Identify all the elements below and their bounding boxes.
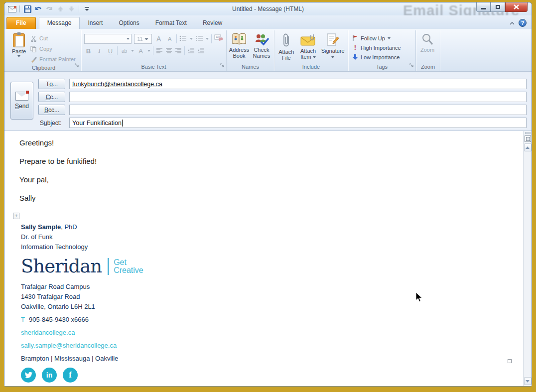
help-button[interactable]: ? <box>519 19 527 27</box>
facebook-icon[interactable]: f <box>63 368 78 383</box>
basic-text-dialog-launcher-icon[interactable] <box>220 61 225 70</box>
bold-button[interactable]: B <box>84 47 93 55</box>
align-right-button[interactable] <box>175 46 182 55</box>
table-resize-handle[interactable] <box>508 359 512 363</box>
to-field[interactable]: funkybunch@sheridancollege.ca <box>69 79 527 89</box>
website-link[interactable]: sheridancollege.ca <box>21 329 75 336</box>
send-button[interactable]: Send <box>10 82 33 120</box>
separator <box>153 46 153 55</box>
paste-dropdown-icon[interactable] <box>17 55 20 57</box>
low-importance-button[interactable]: Low Importance <box>352 53 401 61</box>
attach-file-button[interactable]: AttachFile <box>275 31 297 61</box>
address-book-button[interactable]: AddressBook <box>228 31 251 59</box>
numbering-dropdown-icon[interactable] <box>206 38 209 40</box>
tab-message[interactable]: Message <box>39 17 80 29</box>
tabstrip-right: ? <box>510 19 527 27</box>
format-painter-button[interactable]: Format Painter <box>30 55 76 64</box>
bullets-button[interactable] <box>179 34 187 43</box>
group-tags: Follow Up ! High Importance Low Importan… <box>348 30 416 71</box>
to-recipient[interactable]: funkybunch@sheridancollege.ca <box>72 81 162 88</box>
body-paragraph: Your pal, <box>19 176 523 184</box>
grow-font-button[interactable]: A <box>154 35 163 43</box>
signature-button[interactable]: Signature <box>319 31 347 60</box>
ribbon-empty-space <box>440 30 532 71</box>
redo-button[interactable] <box>45 4 54 13</box>
vertical-scrollbar[interactable] <box>523 131 532 386</box>
copy-button[interactable]: Copy <box>30 44 76 53</box>
follow-up-button[interactable]: Follow Up <box>352 34 401 42</box>
social-links: in f <box>21 368 523 383</box>
scroll-up-button[interactable] <box>524 143 532 151</box>
maximize-button[interactable] <box>491 2 505 12</box>
increase-indent-button[interactable] <box>197 46 205 55</box>
tags-dialog-launcher-icon[interactable] <box>409 61 414 70</box>
font-size-combobox[interactable]: 11 <box>134 34 152 44</box>
minimize-button[interactable] <box>476 2 491 12</box>
paste-button[interactable]: Paste <box>7 31 30 57</box>
linkedin-icon[interactable]: in <box>42 368 57 383</box>
desktop-background: Email Signature <box>0 0 536 392</box>
underline-button[interactable]: U <box>106 47 115 55</box>
attach-item-dropdown-icon[interactable] <box>313 56 316 58</box>
follow-up-dropdown-icon[interactable] <box>388 37 391 39</box>
scroll-down-button[interactable] <box>524 377 532 385</box>
qat-separator <box>19 5 20 12</box>
zoom-button[interactable]: Zoom <box>417 31 438 53</box>
save-button[interactable] <box>23 4 32 13</box>
next-item-button[interactable] <box>67 4 76 13</box>
font-color-dropdown-icon[interactable] <box>147 50 150 52</box>
highlight-button[interactable]: ab <box>120 48 129 54</box>
to-button[interactable]: To... <box>38 79 65 89</box>
separator <box>176 34 177 43</box>
attach-item-button[interactable]: AttachItem <box>297 31 319 60</box>
minimize-ribbon-icon[interactable] <box>510 20 515 26</box>
bcc-field[interactable] <box>69 105 527 115</box>
align-center-button[interactable] <box>165 46 172 55</box>
subject-field[interactable]: Your Funkification <box>69 118 527 128</box>
customize-qat-button[interactable] <box>82 4 91 13</box>
cc-field[interactable] <box>69 92 527 102</box>
cut-button[interactable]: Cut <box>30 34 76 43</box>
check-names-button[interactable]: CheckNames <box>251 31 272 59</box>
font-name-combobox[interactable] <box>84 34 132 44</box>
tab-options[interactable]: Options <box>111 17 147 29</box>
clear-formatting-button[interactable]: Aa <box>214 34 223 43</box>
tab-format-text[interactable]: Format Text <box>147 17 195 29</box>
exclamation-icon: ! <box>352 44 358 51</box>
titlebar[interactable]: Email Signature <box>4 2 532 15</box>
window-controls <box>476 2 528 12</box>
bcc-button[interactable]: Bcc... <box>38 105 65 115</box>
decrease-indent-button[interactable] <box>187 46 195 55</box>
tab-review[interactable]: Review <box>195 17 230 29</box>
tab-insert[interactable]: Insert <box>80 17 111 29</box>
undo-button[interactable] <box>34 4 43 13</box>
tab-file[interactable]: File <box>6 17 36 29</box>
split-handle[interactable] <box>525 132 531 134</box>
message-body-editor[interactable]: Greetings! Prepare to be funkified! Your… <box>4 131 532 386</box>
close-button[interactable] <box>505 2 528 12</box>
cc-button[interactable]: Cc... <box>38 92 65 102</box>
maximize-icon <box>496 5 500 9</box>
group-names: AddressBook CheckNames Names <box>227 30 274 71</box>
minimize-icon <box>481 8 486 9</box>
numbering-button[interactable] <box>195 34 203 43</box>
high-importance-button[interactable]: ! High Importance <box>352 44 401 51</box>
shrink-font-button[interactable]: A <box>165 36 174 42</box>
twitter-icon[interactable] <box>21 368 36 383</box>
signature-campus: Trafalgar Road Campus <box>21 282 523 292</box>
font-color-button[interactable]: A <box>136 47 145 55</box>
highlight-dropdown-icon[interactable] <box>131 50 134 52</box>
message-header: Send To... funkybunch@sheridancollege.ca… <box>4 72 532 131</box>
select-browse-object-icon[interactable] <box>525 135 531 142</box>
signature-job-title: Dr. of Funk <box>21 232 523 242</box>
email-link[interactable]: sally.sample@sheridancollege.ca <box>21 342 117 349</box>
bullets-dropdown-icon[interactable] <box>190 38 193 40</box>
clipboard-dialog-launcher-icon[interactable] <box>75 61 79 70</box>
table-move-handle-icon[interactable]: + <box>13 213 19 219</box>
copy-icon <box>30 46 37 52</box>
address-book-icon <box>232 33 247 46</box>
previous-item-button[interactable] <box>56 4 65 13</box>
align-left-button[interactable] <box>156 46 163 55</box>
italic-button[interactable]: I <box>95 47 104 55</box>
signature-dropdown-icon[interactable] <box>331 56 334 58</box>
